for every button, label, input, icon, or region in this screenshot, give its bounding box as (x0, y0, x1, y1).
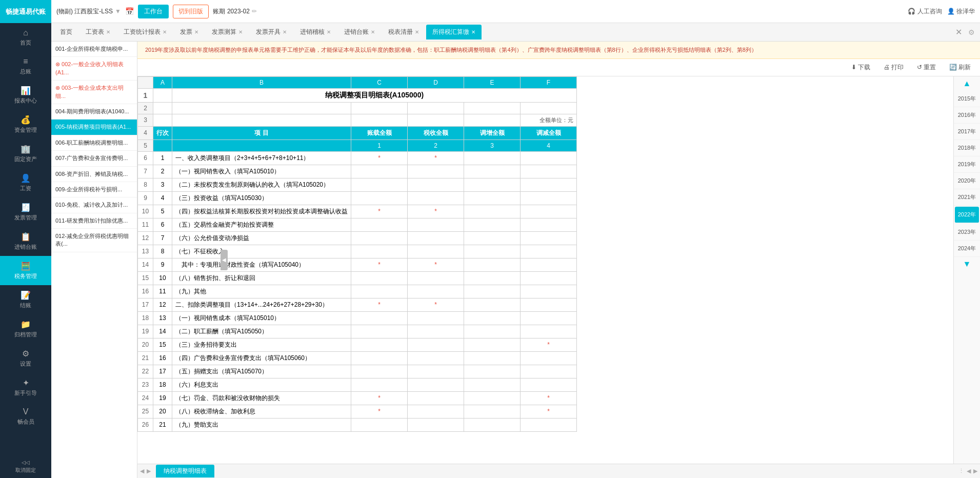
cell[interactable]: * (351, 298, 408, 311)
cell[interactable] (351, 178, 408, 191)
file-item-002[interactable]: ⊗ 002-一般企业收入明细表(A1... (51, 57, 137, 81)
item-text[interactable]: 其中：专项用途财政性资金（填写A105040） (172, 258, 351, 271)
sidebar-item-report[interactable]: 📊 报表中心 (0, 81, 51, 110)
cell[interactable] (521, 298, 577, 311)
tab-invoice-calc[interactable]: 发票测算 ✕ (206, 25, 249, 39)
cell[interactable] (408, 285, 464, 298)
sidebar-item-ledger[interactable]: ≡ 总账 (0, 52, 51, 81)
cell[interactable] (464, 311, 521, 325)
cell[interactable] (521, 205, 577, 218)
period-selector[interactable]: 账期 2023-02 ✏ (213, 7, 257, 16)
scroll-right-icon[interactable]: ▶ (147, 468, 151, 474)
company-selector[interactable]: (物副) 江西股宝-LSS ▼ (56, 7, 121, 16)
tab-payroll[interactable]: 工资表 ✕ (79, 25, 116, 39)
file-item-009[interactable]: 009-企业所得税补亏损明... (51, 182, 137, 197)
reset-button[interactable]: ↺ 重置 (913, 62, 940, 73)
item-text[interactable]: （五）交易性金融资产初始投资调整 (172, 218, 351, 231)
cell[interactable] (464, 391, 521, 405)
back-button[interactable]: 切到旧版 (173, 5, 209, 18)
cell[interactable] (521, 285, 577, 298)
cell[interactable] (521, 191, 577, 205)
tab-tax-clear[interactable]: 税表清册 ✕ (382, 25, 425, 39)
cell[interactable]: * (351, 205, 408, 218)
cell[interactable] (464, 218, 521, 231)
cell[interactable] (351, 418, 408, 431)
tab-close-icon[interactable]: ✕ (471, 29, 475, 35)
cell[interactable] (521, 325, 577, 338)
year-2023[interactable]: 2023年 (954, 224, 980, 241)
cell[interactable] (408, 405, 464, 418)
file-item-006[interactable]: 006-职工薪酬纳税调整明细... (51, 135, 137, 151)
sidebar-item-settlement[interactable]: 📝 结账 (0, 285, 51, 314)
toggle-panel-button[interactable]: ◀ (221, 250, 228, 270)
cell[interactable] (408, 271, 464, 285)
year-2019[interactable]: 2019年 (954, 156, 980, 173)
cell[interactable] (351, 271, 408, 285)
cell[interactable] (521, 165, 577, 178)
cell[interactable] (521, 271, 577, 285)
sidebar-item-invoice-mgmt[interactable]: 🧾 发票管理 (0, 197, 51, 227)
cell[interactable] (521, 258, 577, 271)
cell[interactable] (464, 418, 521, 431)
sidebar-item-archive[interactable]: 📁 归档管理 (0, 314, 51, 344)
item-text[interactable]: （四）按权益法核算长期股权投资对初始投资成本调整确认收益 (172, 205, 351, 218)
tab-close-icon[interactable]: ✕ (327, 29, 331, 35)
cell[interactable]: * (521, 405, 577, 418)
cell[interactable] (351, 325, 408, 338)
item-text[interactable]: （三）业务招待要支出 (172, 338, 351, 351)
sidebar-item-vip[interactable]: V 畅会员 (0, 402, 51, 431)
calendar-icon[interactable]: 📅 (125, 7, 134, 15)
year-2016[interactable]: 2016年 (954, 107, 980, 124)
sidebar-item-guide[interactable]: ✦ 新手引导 (0, 373, 51, 402)
cell[interactable] (521, 245, 577, 258)
year-2024[interactable]: 2024年 (954, 241, 980, 257)
item-text[interactable]: （四）广告费和业务宣传费支出（填写A105060） (172, 351, 351, 365)
cell[interactable] (521, 178, 577, 191)
cell[interactable] (464, 178, 521, 191)
file-item-008[interactable]: 008-资产折旧、摊销及纳税... (51, 167, 137, 182)
year-down-button[interactable]: ▼ (954, 257, 980, 271)
item-text[interactable]: （九）赞助支出 (172, 418, 351, 431)
tab-invoice-open[interactable]: 发票开具 ✕ (250, 25, 293, 39)
item-text[interactable]: 二、扣除类调整项目（13+14+...24+26+27+28+29+30） (172, 298, 351, 311)
settings-tab-icon[interactable]: ⚙ (966, 28, 977, 36)
item-text[interactable]: （八）税收滞纳金、加收利息 (172, 405, 351, 418)
cell[interactable] (408, 325, 464, 338)
cell[interactable]: * (408, 205, 464, 218)
cell[interactable] (351, 245, 408, 258)
cell[interactable]: * (408, 258, 464, 271)
tab-home[interactable]: 首页 (54, 25, 78, 39)
file-item-007[interactable]: 007-广告费和业务宣传费明... (51, 151, 137, 166)
print-button[interactable]: 🖨 打印 (879, 62, 908, 73)
item-text[interactable]: （九）其他 (172, 285, 351, 298)
cell[interactable] (464, 191, 521, 205)
bottom-tab-adjust[interactable]: 纳税调整明细表 (156, 465, 214, 477)
workbench-button[interactable]: 工作台 (138, 5, 169, 18)
year-2020[interactable]: 2020年 (954, 173, 980, 189)
item-text[interactable]: 一、收入类调整项目（2+3+4+5+6+7+8+10+11） (172, 151, 351, 165)
cell[interactable] (464, 365, 521, 378)
cell[interactable] (464, 245, 521, 258)
cell[interactable] (521, 378, 577, 391)
cell[interactable] (521, 351, 577, 365)
tab-close-icon[interactable]: ✕ (238, 29, 243, 35)
cell[interactable] (521, 231, 577, 245)
cell[interactable] (351, 191, 408, 205)
more-icon[interactable]: ⋮ (958, 468, 964, 474)
cell[interactable] (408, 311, 464, 325)
cell[interactable] (464, 271, 521, 285)
tab-close-icon[interactable]: ✕ (415, 29, 419, 35)
cell[interactable] (351, 231, 408, 245)
tab-close-icon[interactable]: ✕ (283, 29, 287, 35)
year-2021[interactable]: 2021年 (954, 189, 980, 206)
cell[interactable] (408, 191, 464, 205)
cell[interactable] (408, 165, 464, 178)
item-text[interactable]: （六）公允价值变动净损益 (172, 231, 351, 245)
cell[interactable] (408, 418, 464, 431)
unpin-button[interactable]: ◁◁ 取消固定 (0, 455, 51, 478)
cell[interactable] (408, 178, 464, 191)
cell[interactable] (351, 311, 408, 325)
cell[interactable] (464, 231, 521, 245)
item-text[interactable]: （二）未按权责发生制原则确认的收入（填写A105020） (172, 178, 351, 191)
year-2018[interactable]: 2018年 (954, 140, 980, 156)
